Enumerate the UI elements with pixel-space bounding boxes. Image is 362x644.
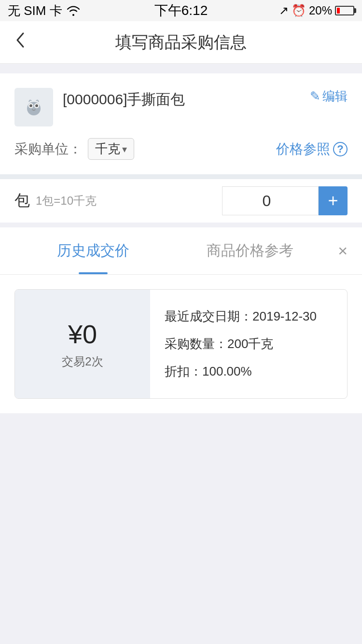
price-ref-button[interactable]: 价格参照 ? [276,140,348,158]
recent-date-label: 最近成交日期： [165,309,252,323]
product-image-icon [22,95,46,119]
price-history-right: 最近成交日期：2019-12-30 采购数量：200千克 折扣：100.00% [150,290,347,398]
svg-point-3 [29,104,32,107]
product-thumbnail [14,88,53,126]
qty-plus-button[interactable]: + [319,186,348,215]
price-value: ¥0 [68,319,97,349]
location-icon: ↗ [279,4,289,17]
svg-point-4 [35,104,38,107]
tab-price-ref[interactable]: 商品价格参考 [171,227,328,274]
battery-pct: 20% [309,4,332,17]
unit-prefix: 采购单位： [14,140,82,158]
edit-label: 编辑 [322,88,348,105]
back-button[interactable] [14,27,31,58]
quantity-row: 包 1包=10千克 + [0,179,362,223]
qty-row: 采购数量：200千克 [165,335,333,353]
tabs-header: 历史成交价 商品价格参考 × [0,227,362,275]
carrier-text: 无 SIM 卡 [8,2,62,19]
battery-bar [335,6,354,15]
product-top: [0000006]手撕面包 ✎ 编辑 [14,88,348,126]
quantity-input[interactable] [222,186,319,215]
product-unit-row: 采购单位： 千克 ▾ 价格参照 ? [14,138,348,160]
battery-fill [337,8,340,14]
discount-value: 100.00% [202,364,252,378]
tabs-panel: 历史成交价 商品价格参考 × ¥0 交易2次 最近成交日期：2019-12-30… [0,227,362,413]
status-left: 无 SIM 卡 [8,2,81,19]
tab-price-ref-label: 商品价格参考 [207,242,293,258]
unit-value: 千克 [95,140,120,157]
page-title: 填写商品采购信息 [115,31,247,54]
discount-label: 折扣： [165,364,202,378]
product-name: [0000006]手撕面包 [63,88,185,110]
svg-point-0 [27,102,41,115]
status-right: ↗ ⏰ 20% [279,4,354,17]
quantity-label: 包 1包=10千克 [14,190,97,211]
header: 填写商品采购信息 [0,21,362,64]
unit-left: 采购单位： 千克 ▾ [14,138,134,160]
qty-unit: 包 [14,190,30,211]
recent-date-row: 最近成交日期：2019-12-30 [165,307,333,326]
qty-convert: 1包=10千克 [36,193,97,209]
discount-row: 折扣：100.00% [165,362,333,381]
tab-history-label: 历史成交价 [57,242,129,258]
product-card: [0000006]手撕面包 ✎ 编辑 采购单位： 千克 ▾ 价格参照 ? [0,73,362,174]
empty-area [0,413,362,644]
recent-date-value: 2019-12-30 [252,309,317,323]
section-divider [0,174,362,179]
qty-value: 200千克 [227,336,273,351]
wifi-icon [66,5,81,16]
quantity-input-group: + [222,186,348,215]
trade-count: 交易2次 [62,354,103,369]
dropdown-arrow-icon: ▾ [122,143,127,155]
edit-button[interactable]: ✎ 编辑 [310,88,348,105]
tab-content: ¥0 交易2次 最近成交日期：2019-12-30 采购数量：200千克 折扣：… [0,275,362,413]
status-bar: 无 SIM 卡 下午6:12 ↗ ⏰ 20% [0,0,362,21]
edit-icon: ✎ [310,89,320,104]
tab-close-button[interactable]: × [328,232,348,270]
price-history-card: ¥0 交易2次 最近成交日期：2019-12-30 采购数量：200千克 折扣：… [14,289,348,399]
alarm-icon: ⏰ [292,4,306,17]
status-time: 下午6:12 [154,1,208,20]
price-ref-label: 价格参照 [276,140,330,158]
tab-history-price[interactable]: 历史成交价 [14,227,171,274]
qty-label: 采购数量： [165,336,227,351]
price-history-left: ¥0 交易2次 [15,290,150,398]
help-circle-icon: ? [333,142,348,156]
unit-select[interactable]: 千克 ▾ [88,138,134,160]
product-left: [0000006]手撕面包 [14,88,185,126]
